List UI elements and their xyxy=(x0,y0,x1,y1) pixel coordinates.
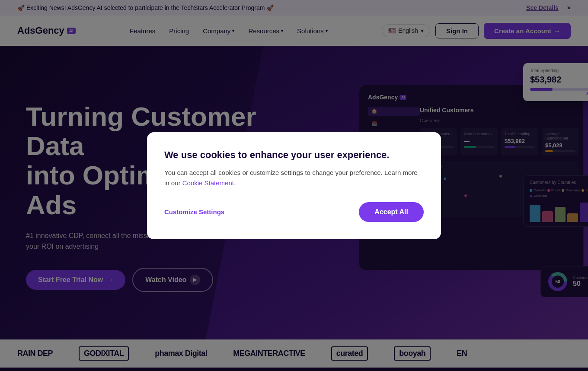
cookie-statement-link[interactable]: Cookie Statement xyxy=(182,179,234,187)
accept-all-button[interactable]: Accept All xyxy=(359,202,424,222)
cookie-description: You can accept all cookies or customize … xyxy=(164,168,424,188)
customize-settings-button[interactable]: Customize Settings xyxy=(164,208,224,216)
cookie-actions: Customize Settings Accept All xyxy=(164,202,424,222)
cookie-overlay: We use cookies to enhance your user expe… xyxy=(0,0,588,371)
cookie-title: We use cookies to enhance your user expe… xyxy=(164,149,424,161)
cookie-modal: We use cookies to enhance your user expe… xyxy=(147,132,441,239)
